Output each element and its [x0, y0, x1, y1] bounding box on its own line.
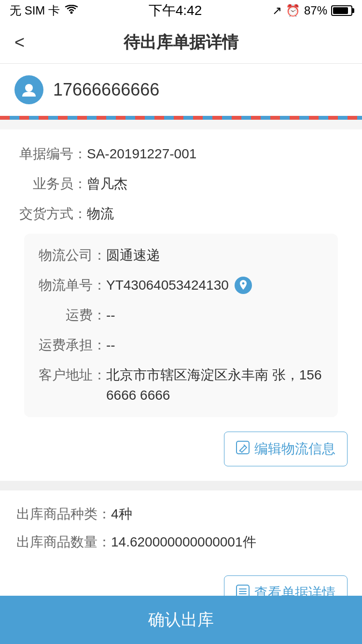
customer-header: 17666666666 — [0, 64, 362, 116]
avatar — [14, 75, 43, 104]
logistics-company-label: 物流公司： — [34, 245, 106, 266]
carrier-label: 无 SIM 卡 — [10, 3, 60, 18]
location-status-icon: ↗ — [272, 4, 282, 17]
goods-quantity-value: 14.620000000000001件 — [111, 533, 256, 551]
delivery-method-label: 交货方式： — [14, 204, 87, 224]
goods-types-label: 出库商品种类： — [14, 505, 111, 523]
delivery-method-row: 交货方式： 物流 — [14, 204, 348, 224]
page-title: 待出库单据详情 — [124, 31, 238, 54]
freight-bearer-row: 运费承担： -- — [34, 335, 328, 355]
back-button[interactable]: < — [14, 32, 25, 53]
delivery-method-value: 物流 — [87, 204, 348, 224]
customer-phone: 17666666666 — [53, 80, 159, 100]
sales-person-value: 曾凡杰 — [87, 174, 348, 194]
freight-label: 运费： — [34, 305, 106, 325]
svg-point-1 — [25, 84, 33, 92]
goods-types-row: 出库商品种类： 4种 — [14, 505, 348, 523]
freight-bearer-value: -- — [106, 335, 328, 355]
freight-value: -- — [106, 305, 328, 325]
nav-bar: < 待出库单据详情 — [0, 21, 362, 64]
status-bar: 无 SIM 卡 下午4:42 ↗ ⏰ 87% — [0, 0, 362, 21]
wifi-icon — [65, 4, 78, 17]
address-value: 北京市市辖区海淀区永丰南 张，156 6666 6666 — [106, 365, 328, 406]
order-number-value: SA-20191227-001 — [87, 144, 348, 164]
freight-row: 运费： -- — [34, 305, 328, 325]
alarm-icon: ⏰ — [286, 4, 300, 17]
goods-quantity-row: 出库商品数量： 14.620000000000001件 — [14, 533, 348, 551]
sales-person-label: 业务员： — [14, 174, 87, 194]
tracking-row: 物流单号： YT43064053424130 — [34, 275, 328, 295]
battery-percentage: 87% — [304, 4, 327, 17]
tracking-label: 物流单号： — [34, 275, 106, 295]
svg-point-0 — [70, 12, 73, 14]
section-separator-1 — [0, 481, 362, 490]
goods-types-value: 4种 — [111, 505, 132, 523]
status-time: 下午4:42 — [149, 1, 202, 20]
order-number-label: 单据编号： — [14, 144, 87, 164]
logistics-card: 物流公司： 圆通速递 物流单号： YT43064053424130 运费： --… — [24, 234, 338, 417]
battery-icon — [331, 5, 352, 16]
address-label: 客户地址： — [34, 365, 106, 385]
goods-section: 出库商品种类： 4种 出库商品数量： 14.620000000000001件 — [0, 490, 362, 566]
logistics-company-row: 物流公司： 圆通速递 — [34, 245, 328, 266]
edit-btn-row: 编辑物流信息 — [14, 427, 348, 466]
freight-bearer-label: 运费承担： — [34, 335, 106, 355]
order-info-section: 单据编号： SA-20191227-001 业务员： 曾凡杰 交货方式： 物流 … — [0, 129, 362, 481]
status-left: 无 SIM 卡 — [10, 3, 78, 18]
address-row: 客户地址： 北京市市辖区海淀区永丰南 张，156 6666 6666 — [34, 365, 328, 406]
bottom-container: 确认出库 — [0, 596, 362, 644]
goods-quantity-label: 出库商品数量： — [14, 533, 111, 551]
edit-logistics-button[interactable]: 编辑物流信息 — [224, 432, 348, 466]
tracking-location-icon[interactable] — [235, 277, 252, 294]
edit-icon — [236, 441, 250, 458]
sales-person-row: 业务员： 曾凡杰 — [14, 174, 348, 194]
status-right: ↗ ⏰ 87% — [272, 4, 352, 17]
logistics-company-value: 圆通速递 — [106, 245, 328, 266]
confirm-outbound-button[interactable]: 确认出库 — [0, 596, 362, 644]
edit-logistics-label: 编辑物流信息 — [254, 440, 335, 458]
tracking-value: YT43064053424130 — [106, 275, 328, 295]
dashed-divider — [0, 116, 362, 120]
order-number-row: 单据编号： SA-20191227-001 — [14, 144, 348, 164]
